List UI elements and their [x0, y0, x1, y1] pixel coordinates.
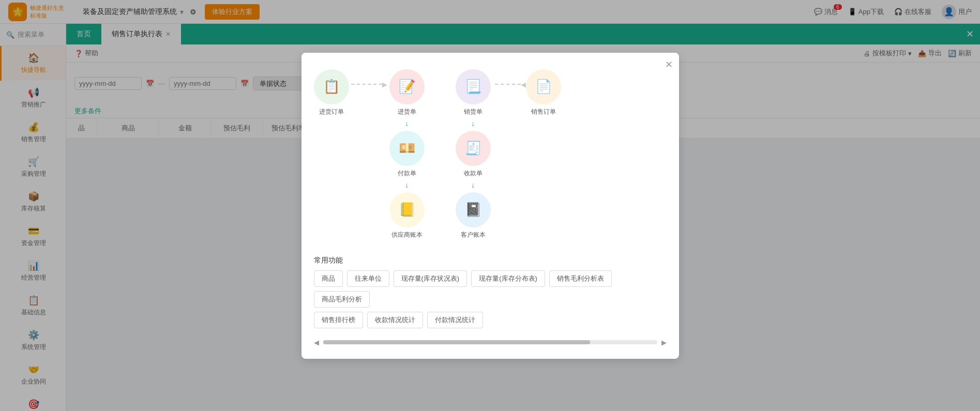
- node-payment-circle: 💴: [389, 131, 425, 166]
- modal-dialog: ✕ 📋 进货订单 ▶ 📝 进货单 ↓: [301, 53, 679, 359]
- node-payment-label: 付款单: [398, 169, 416, 178]
- common-functions: 常用功能 商品 往来单位 现存量(库存状况表) 现存量(库存分布表) 销售毛利分…: [314, 256, 667, 328]
- scroll-track[interactable]: [323, 340, 657, 344]
- node-sales-bill-circle: 📃: [456, 69, 491, 104]
- node-purchase-order[interactable]: 📋 进货订单: [314, 69, 349, 116]
- func-btn-goods[interactable]: 商品: [314, 270, 343, 287]
- node-receipt-label: 收款单: [464, 169, 483, 178]
- arrow-purchase: ▶: [349, 81, 389, 88]
- scroll-bar-area: ◀ ▶: [314, 339, 667, 346]
- modal-close-button[interactable]: ✕: [665, 59, 673, 70]
- arrow-down-1: ↓: [405, 119, 409, 128]
- func-btn-payment-stats[interactable]: 付款情况统计: [427, 312, 483, 328]
- node-receipt-circle: 🧾: [456, 131, 491, 166]
- node-purchase-order-label: 进货订单: [319, 108, 344, 116]
- dashed-line-2: [495, 84, 521, 85]
- flow-diagram: 📋 进货订单 ▶ 📝 进货单 ↓ 💴 付款单 ↓: [314, 65, 667, 248]
- arrow-right-1: ▶: [382, 81, 387, 88]
- node-sales-bill[interactable]: 📃 销货单: [456, 69, 491, 116]
- arrow-sales-to-salesorder: ◀: [495, 81, 526, 88]
- func-btn-sales-gross[interactable]: 销售毛利分析表: [549, 270, 612, 287]
- func-buttons-row2: 销售排行榜 收款情况统计 付款情况统计: [314, 312, 667, 328]
- scroll-thumb: [323, 340, 591, 344]
- flow-col-4: ◀: [495, 69, 526, 120]
- func-btn-sales-rank[interactable]: 销售排行榜: [314, 312, 363, 328]
- node-purchase-bill-label: 进货单: [398, 108, 416, 116]
- flow-col-1: 📋 进货订单: [314, 69, 349, 116]
- arrow-down-3: ↓: [471, 119, 475, 128]
- node-supplier-book-label: 供应商账本: [391, 231, 423, 239]
- node-customer-book[interactable]: 📓 客户账本: [456, 192, 491, 239]
- node-sales-order[interactable]: 📄 销售订单: [526, 69, 561, 116]
- node-sales-bill-label: 销货单: [464, 108, 483, 116]
- modal-overlay[interactable]: ✕ 📋 进货订单 ▶ 📝 进货单 ↓: [0, 0, 980, 411]
- node-sales-order-circle: 📄: [526, 69, 561, 104]
- scroll-left-arrow[interactable]: ◀: [314, 339, 319, 346]
- common-functions-title: 常用功能: [314, 256, 667, 265]
- flow-col-salesorder: 📄 销售订单: [526, 69, 561, 116]
- flow-col-3: 📃 销货单 ↓ 🧾 收款单 ↓ 📓 客户账本: [456, 69, 491, 239]
- node-purchase-order-circle: 📋: [314, 69, 349, 104]
- arrow-down-2: ↓: [405, 181, 409, 189]
- node-customer-book-circle: 📓: [456, 192, 491, 227]
- func-btn-goods-gross[interactable]: 商品毛利分析: [314, 291, 370, 308]
- func-btn-stock-status[interactable]: 现存量(库存状况表): [394, 270, 468, 287]
- func-btn-stock-dist[interactable]: 现存量(库存分布表): [471, 270, 545, 287]
- node-supplier-book[interactable]: 📒 供应商账本: [389, 192, 425, 239]
- arrow-left-1: ◀: [521, 81, 526, 88]
- dashed-line-1: [351, 84, 382, 85]
- flow-col-2: 📝 进货单 ↓ 💴 付款单 ↓ 📒 供应商账本: [389, 69, 425, 239]
- node-purchase-bill[interactable]: 📝 进货单: [389, 69, 425, 116]
- node-receipt[interactable]: 🧾 收款单: [456, 131, 491, 178]
- func-buttons-row1: 商品 往来单位 现存量(库存状况表) 现存量(库存分布表) 销售毛利分析表 商品…: [314, 270, 667, 308]
- arrow-down-4: ↓: [471, 181, 475, 189]
- node-customer-book-label: 客户账本: [461, 231, 486, 239]
- scroll-right-arrow[interactable]: ▶: [661, 339, 667, 346]
- func-btn-receipt-stats[interactable]: 收款情况统计: [367, 312, 423, 328]
- node-sales-order-label: 销售订单: [531, 108, 556, 116]
- node-payment[interactable]: 💴 付款单: [389, 131, 425, 178]
- node-purchase-bill-circle: 📝: [389, 69, 425, 104]
- func-btn-partner[interactable]: 往来单位: [347, 270, 389, 287]
- node-supplier-book-circle: 📒: [389, 192, 425, 227]
